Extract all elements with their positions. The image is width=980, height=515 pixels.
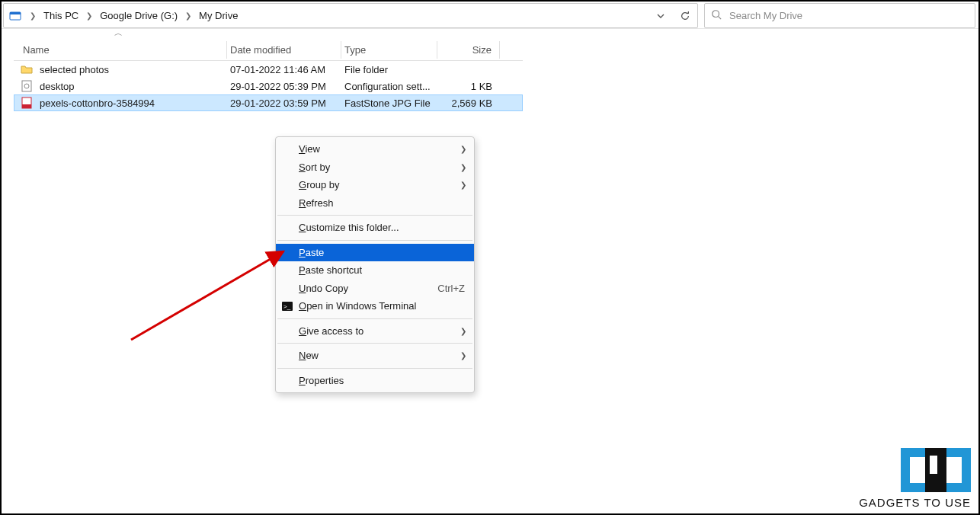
context-menu-item-new[interactable]: New❯ [276,347,474,365]
svg-line-3 [719,17,722,20]
ini-icon [20,79,34,93]
terminal-icon: >_ [281,300,293,312]
column-header-date[interactable]: Date modified [227,41,341,59]
chevron-right-icon: ❯ [82,11,97,20]
svg-line-10 [131,251,283,340]
file-size [437,66,500,72]
context-menu-item-properties[interactable]: Properties [276,372,474,390]
svg-point-2 [713,11,719,18]
context-menu-label: Sort by [299,162,330,173]
chevron-right-icon: ❯ [25,11,40,20]
file-size: 2,569 KB [437,94,500,112]
watermark: GADGETS TO USE [859,448,971,509]
context-menu-item-give-access-to[interactable]: Give access to❯ [276,322,474,341]
chevron-right-icon: ❯ [460,351,466,360]
breadcrumb-item[interactable]: Google Drive (G:) [97,7,181,24]
file-row[interactable]: desktop29-01-2022 05:39 PMConfiguration … [14,78,523,94]
chevron-right-icon: ❯ [460,181,466,189]
context-menu-label: Undo Copy [299,283,348,294]
context-menu-label: Refresh [299,197,334,209]
file-row[interactable]: pexels-cottonbro-358499429-01-2022 03:59… [14,94,523,111]
address-and-search-bar: ❯ This PC ❯ Google Drive (G:) ❯ My Drive [2,2,978,29]
context-menu-label: View [299,143,320,155]
context-menu-item-open-in-windows-terminal[interactable]: >_Open in Windows Terminal [276,297,474,315]
chevron-up-icon[interactable]: ︿ [114,27,123,39]
watermark-text: GADGETS TO USE [859,496,971,509]
context-menu-shortcut: Ctrl+Z [437,283,465,294]
breadcrumb-item[interactable]: This PC [40,7,82,24]
file-name: desktop [40,81,75,92]
file-name: selected photos [40,64,109,75]
chevron-right-icon: ❯ [460,327,466,335]
column-header-size[interactable]: Size [437,41,500,59]
file-date: 29-01-2022 03:59 PM [227,94,341,112]
context-menu-label: Group by [299,179,340,190]
jpg-icon [20,96,34,110]
context-menu-separator [277,368,472,369]
context-menu-separator [277,318,472,319]
context-menu-separator [277,240,472,241]
search-box[interactable] [704,3,975,28]
file-type: File folder [341,61,437,78]
context-menu-item-paste-shortcut[interactable]: Paste shortcut [276,261,474,280]
address-bar[interactable]: ❯ This PC ❯ Google Drive (G:) ❯ My Drive [3,3,698,28]
context-menu-label: New [299,350,319,361]
file-date: 07-01-2022 11:46 AM [227,61,341,78]
folder-icon [20,62,34,76]
search-input[interactable] [729,10,969,21]
context-menu-item-view[interactable]: View❯ [276,140,474,158]
context-menu-label: Open in Windows Terminal [299,300,416,312]
svg-rect-7 [22,104,31,108]
file-size: 1 KB [437,78,500,95]
context-menu-item-group-by[interactable]: Group by❯ [276,176,474,194]
context-menu-item-customize-this-folder[interactable]: Customize this folder... [276,219,474,237]
file-row[interactable]: selected photos07-01-2022 11:46 AMFile f… [14,61,523,78]
context-menu-item-paste[interactable]: Paste [276,244,474,262]
chevron-right-icon: ❯ [460,145,466,153]
column-header-name[interactable]: Name [14,41,227,59]
context-menu-item-undo-copy[interactable]: Undo CopyCtrl+Z [276,280,474,298]
context-menu-label: Give access to [299,325,363,337]
svg-rect-4 [22,81,31,91]
column-headers: Name Date modified Type Size [14,40,523,61]
file-type: FastStone JPG File [341,94,437,112]
file-list: Name Date modified Type Size selected ph… [14,40,523,111]
context-menu-separator [277,343,472,344]
context-menu-label: Properties [299,375,344,386]
annotation-arrow [123,242,299,349]
navigation-collapse-row: ︿ [2,29,978,40]
column-header-type[interactable]: Type [341,41,437,59]
context-menu-label: Paste [299,247,324,258]
svg-rect-1 [10,12,21,14]
context-menu-item-refresh[interactable]: Refresh [276,194,474,213]
search-icon [711,9,722,22]
file-name: pexels-cottonbro-3584994 [40,98,155,109]
file-date: 29-01-2022 05:39 PM [227,78,341,95]
chevron-right-icon: ❯ [460,163,466,171]
svg-text:>_: >_ [283,303,291,310]
watermark-logo-icon [901,448,971,492]
context-menu-separator [277,215,472,216]
breadcrumb-item[interactable]: My Drive [196,7,241,24]
context-menu: View❯Sort by❯Group by❯RefreshCustomize t… [275,136,475,393]
address-history-dropdown[interactable] [649,11,673,21]
context-menu-label: Paste shortcut [299,264,362,276]
context-menu-item-sort-by[interactable]: Sort by❯ [276,158,474,177]
context-menu-label: Customize this folder... [299,222,399,233]
location-drive-icon [8,9,22,23]
file-type: Configuration sett... [341,78,437,95]
refresh-button[interactable] [673,11,697,21]
chevron-right-icon: ❯ [181,11,196,20]
